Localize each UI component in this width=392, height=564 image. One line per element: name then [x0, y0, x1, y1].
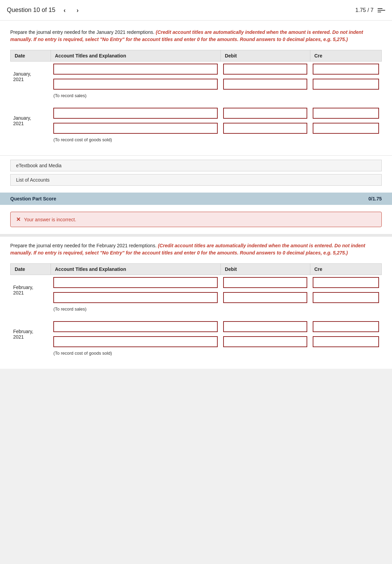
- account-input-cell-2a: [51, 106, 220, 121]
- credit-input-3a[interactable]: [313, 277, 379, 288]
- credit-input-cell-4a: [310, 319, 381, 334]
- note-row-cogs-2: (To record cost of goods sold): [11, 349, 382, 359]
- score-bar: Question Part Score 0/1.75: [0, 193, 392, 205]
- col-credit-2: Cre: [310, 264, 381, 275]
- note-sales-2: (To record sales): [51, 305, 381, 315]
- account-input-3b[interactable]: [53, 292, 218, 303]
- account-input-3a[interactable]: [53, 277, 218, 288]
- menu-line-2: [378, 10, 385, 11]
- debit-input-4a[interactable]: [223, 321, 307, 332]
- debit-input-1b[interactable]: [223, 79, 307, 90]
- table-row: [11, 290, 382, 305]
- menu-icon[interactable]: [378, 8, 385, 12]
- spacer-row-2: [11, 315, 382, 319]
- credit-input-cell-2a: [310, 106, 381, 121]
- account-input-cell-1a: [51, 62, 220, 77]
- note-empty-cell-2: [11, 136, 51, 146]
- debit-input-cell-1b: [220, 77, 310, 92]
- table-row: February,2021: [11, 319, 382, 334]
- account-input-cell-2b: [51, 121, 220, 136]
- debit-input-cell-3a: [220, 275, 310, 290]
- note-empty-cell-3: [11, 305, 51, 315]
- credit-input-4b[interactable]: [313, 336, 379, 347]
- col-debit-1: Debit: [220, 50, 310, 62]
- table-row: [11, 77, 382, 92]
- menu-line-3: [378, 12, 381, 12]
- nav-forward-button[interactable]: ›: [74, 5, 81, 15]
- question-label: Question 10 of 15: [7, 6, 55, 14]
- account-input-cell-3a: [51, 275, 220, 290]
- table-row: January,2021: [11, 62, 382, 77]
- debit-input-cell-2b: [220, 121, 310, 136]
- account-input-1b[interactable]: [53, 79, 218, 90]
- note-empty-cell-1: [11, 92, 51, 102]
- debit-input-cell-2a: [220, 106, 310, 121]
- note-row-cogs-1: (To record cost of goods sold): [11, 136, 382, 146]
- account-input-2b[interactable]: [53, 123, 218, 134]
- table-header-row-2: Date Account Titles and Explanation Debi…: [11, 264, 382, 275]
- utility-buttons-1: eTextbook and Media List of Accounts: [0, 156, 392, 190]
- credit-input-cell-1b: [310, 77, 381, 92]
- table-row: [11, 121, 382, 136]
- credit-input-cell-3b: [310, 290, 381, 305]
- debit-input-cell-4b: [220, 334, 310, 349]
- credit-input-cell-3a: [310, 275, 381, 290]
- header-left: Question 10 of 15 ‹ ›: [7, 5, 81, 15]
- account-input-cell-4a: [51, 319, 220, 334]
- date-jan-1: January,2021: [11, 62, 51, 92]
- nav-back-button[interactable]: ‹: [61, 5, 68, 15]
- table-row: January,2021: [11, 106, 382, 121]
- header-right: 1.75 / 7: [355, 7, 385, 13]
- error-icon: ✕: [16, 216, 21, 223]
- credit-input-2a[interactable]: [313, 108, 379, 119]
- main-content: Prepare the journal entry needed for the…: [0, 21, 392, 369]
- menu-line-1: [378, 8, 382, 9]
- credit-input-cell-4b: [310, 334, 381, 349]
- note-cogs-1: (To record cost of goods sold): [51, 136, 381, 146]
- debit-input-2b[interactable]: [223, 123, 307, 134]
- note-empty-cell-4: [11, 349, 51, 359]
- account-input-4b[interactable]: [53, 336, 218, 347]
- score-bar-value: 0/1.75: [368, 196, 382, 201]
- error-message: Your answer is incorrect.: [24, 217, 76, 222]
- col-credit-1: Cre: [310, 50, 381, 62]
- credit-input-2b[interactable]: [313, 123, 379, 134]
- debit-input-4b[interactable]: [223, 336, 307, 347]
- etextbook-button-1[interactable]: eTextbook and Media: [10, 160, 382, 171]
- credit-input-1a[interactable]: [313, 64, 379, 75]
- credit-input-3b[interactable]: [313, 292, 379, 303]
- col-date-2: Date: [11, 264, 51, 275]
- debit-input-2a[interactable]: [223, 108, 307, 119]
- table-row: February,2021: [11, 275, 382, 290]
- credit-input-cell-1a: [310, 62, 381, 77]
- date-jan-2: January,2021: [11, 106, 51, 136]
- spacer-row-1: [11, 102, 382, 106]
- credit-input-4a[interactable]: [313, 321, 379, 332]
- note-sales-1: (To record sales): [51, 92, 381, 102]
- account-input-4a[interactable]: [53, 321, 218, 332]
- account-input-2a[interactable]: [53, 108, 218, 119]
- debit-input-1a[interactable]: [223, 64, 307, 75]
- chevron-left-icon: ‹: [64, 7, 66, 14]
- col-debit-2: Debit: [220, 264, 310, 275]
- account-input-cell-1b: [51, 77, 220, 92]
- score-display: 1.75 / 7: [355, 7, 374, 13]
- instruction-plain-1: Prepare the journal entry needed for the…: [10, 29, 154, 35]
- account-input-cell-4b: [51, 334, 220, 349]
- debit-input-cell-1a: [220, 62, 310, 77]
- instruction-1: Prepare the journal entry needed for the…: [10, 29, 382, 43]
- note-row-sales-2: (To record sales): [11, 305, 382, 315]
- journal-table-2: Date Account Titles and Explanation Debi…: [10, 263, 382, 359]
- note-cogs-2: (To record cost of goods sold): [51, 349, 381, 359]
- debit-input-3b[interactable]: [223, 292, 307, 303]
- debit-input-3a[interactable]: [223, 277, 307, 288]
- account-input-1a[interactable]: [53, 64, 218, 75]
- credit-input-1b[interactable]: [313, 79, 379, 90]
- question-section-1: Prepare the journal entry needed for the…: [0, 21, 392, 156]
- col-account-1: Account Titles and Explanation: [51, 50, 220, 62]
- date-feb-2: February,2021: [11, 319, 51, 349]
- date-feb-1: February,2021: [11, 275, 51, 305]
- credit-input-cell-2b: [310, 121, 381, 136]
- journal-table-1: Date Account Titles and Explanation Debi…: [10, 50, 382, 146]
- list-accounts-button-1[interactable]: List of Accounts: [10, 174, 382, 186]
